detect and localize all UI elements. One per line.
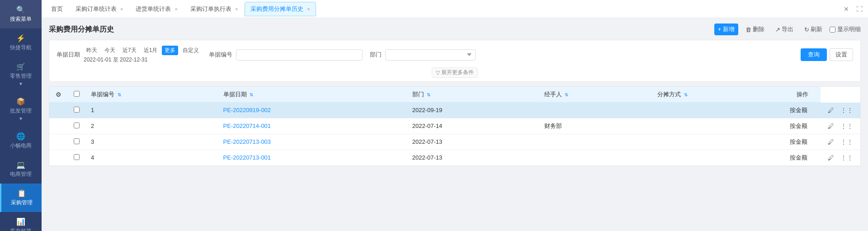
more-actions-icon[interactable]: ⋮⋮ <box>839 137 855 146</box>
sidebar-item-label: 搜索菜单 <box>10 15 32 23</box>
edit-icon[interactable]: 🖊 <box>826 137 836 146</box>
doc-no-link[interactable]: PE-20220713-001 <box>223 154 271 161</box>
row-checkbox[interactable] <box>74 154 80 160</box>
settings-button[interactable]: 设置 <box>830 48 853 61</box>
date-shortcuts: 昨天 今天 近7天 近1月 更多 自定义 2022-01-01 至 2022-1… <box>84 46 202 64</box>
tabs-bar: 首页 采购订单统计表 × 进货单统计表 × 采购订单执行表 × 采购费用分摊单历… <box>42 0 868 18</box>
date-search-field: 单据日期 昨天 今天 近7天 近1月 更多 自定义 2022-01-01 至 2… <box>57 46 202 64</box>
close-tab-1-icon[interactable]: × <box>120 6 123 12</box>
sort-doc-date-icon[interactable]: ⇅ <box>250 92 253 97</box>
add-button[interactable]: + 新增 <box>714 24 738 35</box>
date-btn-today[interactable]: 今天 <box>102 46 118 55</box>
row-doc-no-cell: PE-20220713-001 <box>218 150 407 165</box>
row-actions: 🖊 ⋮⋮ <box>826 137 855 146</box>
sidebar-item-quicknav[interactable]: ⚡ 快捷导航 <box>0 28 42 57</box>
edit-icon[interactable]: 🖊 <box>826 122 836 131</box>
sidebar-item-inventory[interactable]: 📊 库存核算 <box>0 212 42 231</box>
toolbar: + 新增 🗑 删除 ↗ 导出 ↻ 刷新 显示明细 <box>714 24 861 35</box>
col-doc-no: 单据编号 ⇅ <box>85 87 218 103</box>
doc-no-link[interactable]: PE-20220714-001 <box>223 123 271 129</box>
row-num-cell: 2 <box>85 118 218 134</box>
expand-conditions-button[interactable]: ▽ 展开更多条件 <box>432 67 478 78</box>
row-checkbox[interactable] <box>74 107 80 113</box>
date-btn-more[interactable]: 更多 <box>162 46 178 55</box>
tab-home[interactable]: 首页 <box>45 2 69 16</box>
sort-handler-icon[interactable]: ⇅ <box>565 92 568 97</box>
show-cols-checkbox-label[interactable]: 显示明细 <box>830 25 861 33</box>
tab-home-label: 首页 <box>51 5 63 13</box>
doc-no-link[interactable]: PE-20220919-002 <box>223 107 271 113</box>
tab-purchase-exec[interactable]: 采购订单执行表 × <box>184 2 244 16</box>
maximize-icon[interactable]: ⛶ <box>854 4 864 14</box>
docno-search-field: 单据编号 <box>209 49 363 61</box>
sidebar-item-label: 快捷导航 <box>10 44 32 52</box>
dept-select[interactable]: 财务部 <box>385 49 476 61</box>
tab-purchase-cost-history[interactable]: 采购费用分摊单历史 × <box>245 2 316 16</box>
sidebar-item-retail[interactable]: 🛒 零售管理 ▼ <box>0 57 42 92</box>
col-doc-date-label: 单据日期 <box>223 91 247 98</box>
column-settings-icon[interactable]: ⚙ <box>56 91 61 98</box>
col-checkbox <box>67 87 85 103</box>
tab-purchase-cost-history-label: 采购费用分摊单历史 <box>250 5 303 13</box>
inventory-icon: 📊 <box>16 217 25 226</box>
delete-button[interactable]: 🗑 删除 <box>742 24 768 35</box>
sidebar-item-ecommerce-small[interactable]: 🌐 小畅电商 <box>0 127 42 155</box>
row-actions-cell: 🖊 ⋮⋮ <box>821 150 860 165</box>
row-handler-cell <box>652 118 784 134</box>
docno-input[interactable] <box>236 49 363 61</box>
row-handler-cell <box>652 103 784 118</box>
select-all-checkbox[interactable] <box>74 91 80 97</box>
row-alloc-method-cell: 按金额 <box>784 118 821 134</box>
col-doc-no-label: 单据编号 <box>91 91 114 98</box>
edit-icon[interactable]: 🖊 <box>826 106 836 115</box>
row-dept-cell <box>539 134 652 150</box>
row-settings-cell <box>49 103 67 118</box>
sidebar-item-purchase[interactable]: 📋 采购管理 <box>0 184 42 212</box>
chevron-down-icon: ▽ <box>436 70 440 76</box>
row-doc-date-cell: 2022-07-14 <box>407 118 539 134</box>
search-area: 单据日期 昨天 今天 近7天 近1月 更多 自定义 2022-01-01 至 2… <box>49 40 861 82</box>
date-btn-yesterday[interactable]: 昨天 <box>84 46 100 55</box>
row-doc-date-cell: 2022-07-13 <box>407 150 539 165</box>
close-all-tabs-icon[interactable]: ✕ <box>842 4 851 14</box>
doc-no-link[interactable]: PE-20220713-003 <box>223 138 271 145</box>
sidebar-item-wholesale[interactable]: 📦 批发管理 ▼ <box>0 92 42 127</box>
row-checkbox-cell <box>67 150 85 165</box>
refresh-button[interactable]: ↻ 刷新 <box>801 24 826 35</box>
close-tab-3-icon[interactable]: × <box>235 6 238 12</box>
row-checkbox[interactable] <box>74 138 80 144</box>
more-actions-icon[interactable]: ⋮⋮ <box>839 153 855 162</box>
ecommerce-small-icon: 🌐 <box>16 132 25 141</box>
date-btn-7days[interactable]: 近7天 <box>120 46 139 55</box>
col-dept: 部门 ⇅ <box>407 87 539 103</box>
row-alloc-method-cell: 按金额 <box>784 150 821 165</box>
close-tab-4-icon[interactable]: × <box>307 6 310 12</box>
search-row: 单据日期 昨天 今天 近7天 近1月 更多 自定义 2022-01-01 至 2… <box>57 46 853 64</box>
sort-doc-no-icon[interactable]: ⇅ <box>118 92 121 97</box>
row-doc-date-cell: 2022-07-13 <box>407 134 539 150</box>
show-cols-checkbox[interactable] <box>830 27 835 33</box>
tab-purchase-exec-label: 采购订单执行表 <box>190 5 231 13</box>
sort-alloc-icon[interactable]: ⇅ <box>684 92 688 97</box>
close-tab-2-icon[interactable]: × <box>175 6 177 12</box>
edit-icon[interactable]: 🖊 <box>826 153 836 162</box>
search-action-buttons: 查询 设置 <box>801 48 853 61</box>
more-actions-icon[interactable]: ⋮⋮ <box>839 106 855 115</box>
row-checkbox[interactable] <box>74 123 80 128</box>
more-actions-icon[interactable]: ⋮⋮ <box>839 122 855 131</box>
tab-stock-stat[interactable]: 进货单统计表 × <box>130 2 183 16</box>
col-settings: ⚙ <box>49 87 67 103</box>
row-alloc-method-cell: 按金额 <box>784 134 821 150</box>
sort-dept-icon[interactable]: ⇅ <box>427 92 430 97</box>
date-btn-custom[interactable]: 自定义 <box>180 46 202 55</box>
row-alloc-method-cell: 按金额 <box>784 103 821 118</box>
export-button[interactable]: ↗ 导出 <box>772 24 797 35</box>
data-table: ⚙ 单据编号 ⇅ 单据日期 ⇅ <box>49 86 861 166</box>
chevron-down-icon: ▼ <box>19 81 23 86</box>
sidebar-item-ecommerce[interactable]: 💻 电商管理 <box>0 155 42 184</box>
date-btn-1month[interactable]: 近1月 <box>141 46 160 55</box>
sidebar-item-search[interactable]: 🔍 搜索菜单 <box>0 0 42 28</box>
search-button[interactable]: 查询 <box>801 48 827 61</box>
page-title: 采购费用分摊单历史 <box>49 25 114 34</box>
tab-purchase-order-stat[interactable]: 采购订单统计表 × <box>70 2 129 16</box>
